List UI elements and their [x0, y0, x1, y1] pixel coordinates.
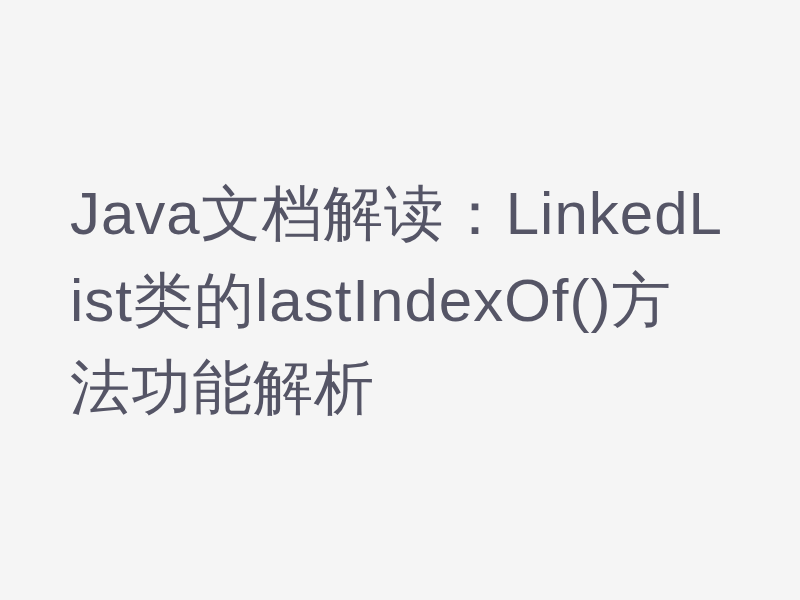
- page-title: Java文档解读：LinkedList类的lastIndexOf()方法功能解析: [70, 170, 730, 431]
